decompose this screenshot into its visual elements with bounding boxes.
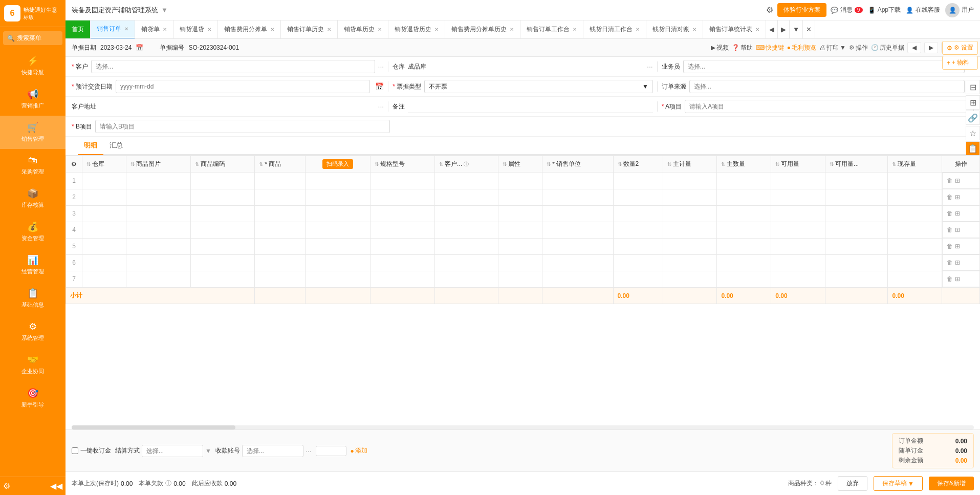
tab-close-all[interactable]: ✕ — [803, 20, 815, 39]
account-input[interactable] — [242, 445, 303, 457]
cell-unit-6[interactable] — [542, 254, 613, 271]
cell-customer-code-1[interactable] — [435, 173, 498, 189]
cell-customer-code-7[interactable] — [435, 271, 498, 288]
tab-detail[interactable]: 明细 — [78, 137, 103, 155]
tab-close-6[interactable]: ✕ — [378, 27, 382, 32]
customer-dots[interactable]: ··· — [378, 62, 384, 71]
cell-main-unit-7[interactable] — [663, 271, 717, 288]
tab-sales-return[interactable]: 销货退货 ✕ — [173, 20, 218, 39]
cell-code-4[interactable] — [190, 222, 255, 238]
cell-spec-3[interactable] — [371, 205, 435, 222]
cell-main-unit-3[interactable] — [663, 205, 717, 222]
sidebar-item-purchase[interactable]: 🛍 采购管理 — [0, 149, 66, 182]
cell-qty2-2[interactable] — [613, 189, 663, 205]
cell-spec-2[interactable] — [371, 189, 435, 205]
cell-warehouse-2[interactable] — [82, 189, 126, 205]
cell-qty2-1[interactable] — [613, 173, 663, 189]
cell-qty2-4[interactable] — [613, 222, 663, 238]
cell-stock-1[interactable] — [888, 173, 942, 189]
sidebar-item-system[interactable]: ⚙ 系统管理 — [0, 315, 66, 348]
tab-daily-clear-account[interactable]: 钱货日清对账 ✕ — [646, 20, 703, 39]
delete-row-1[interactable]: 🗑 — [947, 177, 953, 184]
settings-panel-button[interactable]: ⚙ ⚙ 设置 — [942, 41, 978, 55]
cell-spec-4[interactable] — [371, 222, 435, 238]
cell-customer-code-2[interactable] — [435, 189, 498, 205]
cell-main-qty-5[interactable] — [717, 238, 771, 254]
side-btn-1[interactable]: ⊟ — [966, 80, 980, 94]
help-link[interactable]: ❓ 帮助 — [732, 44, 753, 52]
side-btn-2[interactable]: ⊞ — [966, 95, 980, 110]
profit-preview-link[interactable]: ● 毛利预览 — [787, 44, 816, 52]
cell-warehouse-6[interactable] — [82, 254, 126, 271]
cell-available-5[interactable] — [771, 238, 825, 254]
cell-qty2-5[interactable] — [613, 238, 663, 254]
solution-button[interactable]: 体验行业方案 — [777, 3, 826, 17]
tab-daily-clear-workbench[interactable]: 钱货日清工作台 ✕ — [583, 20, 646, 39]
cell-attr-5[interactable] — [498, 238, 542, 254]
scan-input-button[interactable]: 扫码录入 — [322, 159, 353, 169]
cell-stock-3[interactable] — [888, 205, 942, 222]
cell-product-5[interactable] — [255, 238, 306, 254]
b-project-input[interactable] — [95, 120, 390, 133]
cell-unit-1[interactable] — [542, 173, 613, 189]
cell-available-3[interactable] — [771, 205, 825, 222]
cell-unit-4[interactable] — [542, 222, 613, 238]
cell-product-7[interactable] — [255, 271, 306, 288]
cell-main-qty-2[interactable] — [717, 189, 771, 205]
copy-row-1[interactable]: ⊞ — [955, 177, 960, 184]
cell-code-3[interactable] — [190, 205, 255, 222]
cell-code-2[interactable] — [190, 189, 255, 205]
cell-stock-7[interactable] — [888, 271, 942, 288]
cell-available2-3[interactable] — [825, 205, 888, 222]
cell-qty2-6[interactable] — [613, 254, 663, 271]
cell-unit-2[interactable] — [542, 189, 613, 205]
cell-spec-1[interactable] — [371, 173, 435, 189]
cell-product-3[interactable] — [255, 205, 306, 222]
tab-summary[interactable]: 汇总 — [103, 137, 129, 154]
cell-available2-4[interactable] — [825, 222, 888, 238]
cell-available-7[interactable] — [771, 271, 825, 288]
copy-row-6[interactable]: ⊞ — [955, 259, 960, 266]
tab-close-12[interactable]: ✕ — [755, 27, 759, 32]
tab-close-11[interactable]: ✕ — [692, 27, 696, 32]
cell-customer-code-4[interactable] — [435, 222, 498, 238]
cell-main-qty-6[interactable] — [717, 254, 771, 271]
cell-code-1[interactable] — [190, 173, 255, 189]
side-btn-4[interactable]: ☆ — [966, 126, 980, 140]
cell-main-unit-4[interactable] — [663, 222, 717, 238]
cell-code-6[interactable] — [190, 254, 255, 271]
cell-product-1[interactable] — [255, 173, 306, 189]
cell-main-unit-1[interactable] — [663, 173, 717, 189]
online-service-button[interactable]: 👤 在线客服 — [906, 6, 940, 14]
cell-attr-1[interactable] — [498, 173, 542, 189]
cell-product-6[interactable] — [255, 254, 306, 271]
remark-input[interactable] — [408, 100, 653, 113]
cell-available-6[interactable] — [771, 254, 825, 271]
scrollbar-thumb[interactable] — [72, 425, 235, 429]
cell-attr-3[interactable] — [498, 205, 542, 222]
cell-stock-2[interactable] — [888, 189, 942, 205]
sidebar-item-sales[interactable]: 🛒 销售管理 — [0, 116, 66, 149]
cell-stock-5[interactable] — [888, 238, 942, 254]
delete-row-5[interactable]: 🗑 — [947, 243, 953, 250]
cell-main-qty-4[interactable] — [717, 222, 771, 238]
cell-spec-6[interactable] — [371, 254, 435, 271]
checkout-checkbox-input[interactable] — [72, 447, 78, 454]
next-record-button[interactable]: ▶ — [924, 42, 938, 53]
sidebar-item-enterprise[interactable]: 🤝 企业协同 — [0, 348, 66, 381]
cell-code-5[interactable] — [190, 238, 255, 254]
cell-main-unit-5[interactable] — [663, 238, 717, 254]
cell-qty2-7[interactable] — [613, 271, 663, 288]
sidebar-item-inventory[interactable]: 📦 库存核算 — [0, 182, 66, 215]
sidebar-item-marketing[interactable]: 📢 营销推广 — [0, 82, 66, 116]
save-draft-button[interactable]: 保存草稿 ▼ — [874, 476, 923, 491]
search-menu-button[interactable]: 🔍 搜索菜单 — [3, 31, 62, 45]
cell-main-qty-1[interactable] — [717, 173, 771, 189]
sidebar-item-operations[interactable]: 📊 经营管理 — [0, 248, 66, 282]
cell-main-unit-2[interactable] — [663, 189, 717, 205]
cell-attr-4[interactable] — [498, 222, 542, 238]
account-dots[interactable]: ··· — [306, 447, 312, 455]
cell-available-2[interactable] — [771, 189, 825, 205]
col-settings[interactable]: ⚙ — [66, 156, 82, 173]
cell-customer-code-6[interactable] — [435, 254, 498, 271]
